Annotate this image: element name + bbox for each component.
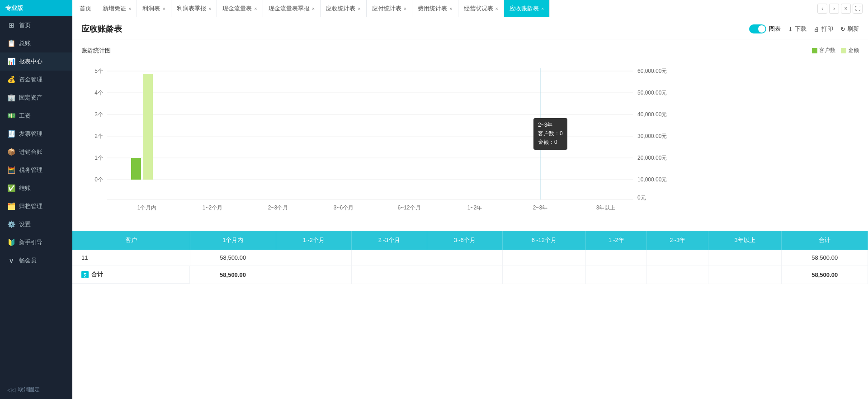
chart-svg-wrap: 5个 4个 3个 2个 1个 0个 60,000.00元 50,000.00元 … (81, 59, 859, 223)
sidebar-item-label: 进销台账 (19, 148, 42, 156)
tab-expense-stats[interactable]: 费用统计表 × (412, 0, 458, 17)
svg-text:50,000.00元: 50,000.00元 (637, 90, 667, 96)
col-m1: 1个月内 (190, 231, 276, 250)
legend-customers-dot (812, 48, 817, 53)
tab-profit[interactable]: 利润表 × (137, 0, 171, 17)
content-area: 应收账龄表 图表 ⬇ 下载 🖨 打印 ↻ (72, 17, 868, 399)
tab-profit-quarterly[interactable]: 利润表季报 × (171, 0, 217, 17)
sidebar-item-label: 结账 (19, 184, 31, 192)
settle-icon: ✅ (7, 184, 15, 192)
page-title: 应收账龄表 (81, 24, 122, 34)
cell-customer: 11 (72, 250, 190, 266)
chart-area: 账龄统计图 客户数 金额 5个 4个 (72, 39, 868, 231)
svg-text:2个: 2个 (94, 133, 103, 139)
cell-m1: 58,500.00 (190, 250, 276, 266)
cell-m7 (647, 250, 708, 266)
logo-text: 专业版 (5, 4, 23, 12)
sidebar-item-vip[interactable]: V 畅会员 (0, 252, 72, 270)
tab-cashflow-quarterly-close[interactable]: × (312, 6, 315, 11)
tab-expense-stats-close[interactable]: × (449, 6, 452, 11)
svg-text:10,000.00元: 10,000.00元 (637, 176, 667, 183)
data-table-wrap: 客户 1个月内 1~2个月 2~3个月 3~6个月 6~12个月 1~2年 2~… (72, 231, 868, 399)
settings-icon: ⚙️ (7, 220, 15, 228)
sidebar-item-funds[interactable]: 💰 资金管理 (0, 71, 72, 89)
sidebar-item-label: 首页 (19, 21, 31, 29)
sidebar-item-inventory[interactable]: 📦 进销台账 (0, 143, 72, 161)
tab-voucher[interactable]: 新增凭证 × (97, 0, 137, 17)
svg-text:4个: 4个 (94, 90, 103, 96)
sidebar-item-tax[interactable]: 🧮 税务管理 (0, 161, 72, 179)
sidebar-item-label: 归档管理 (19, 202, 42, 210)
tab-cashflow-close[interactable]: × (254, 6, 257, 11)
print-icon: 🖨 (814, 26, 820, 33)
svg-text:1个: 1个 (94, 155, 103, 161)
svg-text:60,000.00元: 60,000.00元 (637, 68, 667, 74)
bar-group1-amount (143, 74, 153, 180)
tab-profit-quarterly-close[interactable]: × (208, 6, 211, 11)
tab-maximize-button[interactable]: ⛶ (853, 4, 863, 14)
tab-ar-aging-close[interactable]: × (541, 6, 544, 11)
legend-amount-label: 金额 (848, 47, 859, 54)
tab-profit-close[interactable]: × (162, 6, 165, 11)
tab-ar-aging[interactable]: 应收账龄表 × (504, 0, 550, 17)
table-total-row: ∑ 合计 58,500.00 58,500.00 (72, 266, 868, 284)
sidebar-item-archive[interactable]: 🗂️ 归档管理 (0, 197, 72, 215)
logo: 专业版 (0, 0, 72, 16)
tab-ar-stats[interactable]: 应收统计表 × (321, 0, 366, 17)
tab-next-button[interactable]: › (829, 4, 839, 14)
col-m6: 1~2年 (586, 231, 647, 250)
tab-profit-label: 利润表 (142, 5, 160, 13)
tab-home[interactable]: 首页 (74, 0, 97, 17)
cell-m3 (351, 250, 427, 266)
ledger-icon: 📋 (7, 39, 15, 48)
funds-icon: 💰 (7, 76, 15, 84)
sidebar-item-label: 工资 (19, 112, 31, 120)
legend-customers: 客户数 (812, 47, 835, 54)
svg-text:3年以上: 3年以上 (596, 204, 616, 211)
tab-prev-button[interactable]: ‹ (817, 4, 827, 14)
chart-toggle[interactable] (749, 24, 766, 33)
sidebar-item-guide[interactable]: 🔰 新手引导 (0, 233, 72, 252)
svg-text:1~2年: 1~2年 (467, 204, 482, 211)
sidebar-item-reports[interactable]: 📊 报表中心 (0, 52, 72, 71)
tab-business-status[interactable]: 经营状况表 × (458, 0, 504, 17)
tab-ap-stats[interactable]: 应付统计表 × (367, 0, 412, 17)
tab-business-status-label: 经营状况表 (464, 5, 493, 13)
sidebar-item-label: 新手引导 (19, 238, 42, 247)
svg-text:3个: 3个 (94, 111, 103, 118)
col-m5: 6~12个月 (502, 231, 585, 250)
sidebar-pin-toggle[interactable]: ◁◁ 取消固定 (0, 380, 72, 399)
col-m3: 2~3个月 (351, 231, 427, 250)
download-button[interactable]: ⬇ 下载 (788, 25, 807, 33)
tab-cashflow-quarterly-label: 现金流量表季报 (269, 5, 310, 13)
sidebar-item-settle[interactable]: ✅ 结账 (0, 179, 72, 197)
print-label: 打印 (821, 25, 833, 33)
sidebar: 专业版 ⊞ 首页 📋 总账 📊 报表中心 💰 资金管理 🏢 固定资产 💵 工资 … (0, 0, 72, 399)
data-table: 客户 1个月内 1~2个月 2~3个月 3~6个月 6~12个月 1~2年 2~… (72, 231, 868, 284)
tab-ap-stats-close[interactable]: × (404, 6, 406, 11)
sidebar-item-invoice[interactable]: 🧾 发票管理 (0, 125, 72, 143)
sidebar-item-ledger[interactable]: 📋 总账 (0, 34, 72, 52)
sidebar-item-settings[interactable]: ⚙️ 设置 (0, 215, 72, 233)
tab-cashflow[interactable]: 现金流量表 × (217, 0, 263, 17)
svg-text:20,000.00元: 20,000.00元 (637, 155, 667, 161)
total-icon: ∑ (81, 271, 89, 278)
sidebar-item-home[interactable]: ⊞ 首页 (0, 16, 72, 34)
cell-m6 (586, 250, 647, 266)
sidebar-item-assets[interactable]: 🏢 固定资产 (0, 89, 72, 107)
reports-icon: 📊 (7, 57, 15, 66)
tab-controls: ‹ › × ⛶ (814, 4, 866, 14)
tab-close-all-button[interactable]: × (841, 4, 851, 14)
assets-icon: 🏢 (7, 94, 15, 102)
tab-ar-stats-close[interactable]: × (358, 6, 360, 11)
tab-ar-aging-label: 应收账龄表 (509, 5, 539, 13)
total-m1: 58,500.00 (190, 266, 276, 284)
sidebar-item-wages[interactable]: 💵 工资 (0, 107, 72, 125)
tab-cashflow-quarterly[interactable]: 现金流量表季报 × (263, 0, 321, 17)
tab-business-status-close[interactable]: × (495, 6, 498, 11)
tab-voucher-close[interactable]: × (128, 6, 131, 11)
tab-ap-stats-label: 应付统计表 (372, 5, 401, 13)
sidebar-item-label: 设置 (19, 220, 31, 228)
refresh-button[interactable]: ↻ 刷新 (840, 25, 859, 33)
print-button[interactable]: 🖨 打印 (814, 25, 833, 33)
